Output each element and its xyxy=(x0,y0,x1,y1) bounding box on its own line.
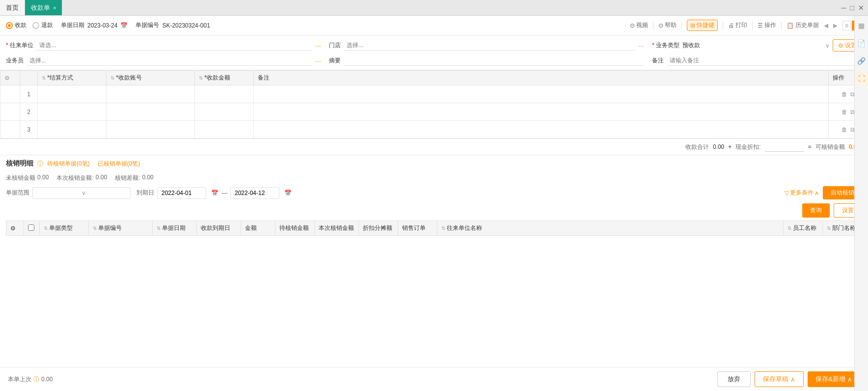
divider5 xyxy=(781,22,782,29)
form-row-1: 往来单位 ··· 门店 ··· 业务类型 预收款 ∨ ⚙ 设置 xyxy=(6,39,862,52)
help-action[interactable]: ⊙ 帮助 xyxy=(658,21,677,29)
ver-discount-header: 折扣分摊额 xyxy=(359,221,398,236)
row-number-2: 2 xyxy=(27,109,30,115)
table-note-header: 备注 xyxy=(254,71,829,85)
diff-stat: 核销差额: 0.00 xyxy=(115,174,154,182)
salesperson-input[interactable] xyxy=(27,56,312,66)
pagination-prev[interactable]: ◀ xyxy=(824,22,828,29)
date-to-input[interactable] xyxy=(230,187,279,199)
doc-no-label: 单据编号 xyxy=(136,21,159,29)
table-cell-settlement-2[interactable] xyxy=(38,103,107,121)
abandon-button[interactable]: 放弃 xyxy=(717,371,751,387)
table-cell-amount-3[interactable] xyxy=(195,121,254,139)
counterparty-field: 往来单位 ··· xyxy=(6,40,321,51)
tab-receipt[interactable]: 收款单 × xyxy=(25,0,62,15)
toolbar: 收款 退款 单据日期 2023-03-24 📅 单据编号 SK-20230324… xyxy=(0,16,868,35)
shortcut-icon: ⊞ xyxy=(690,22,695,29)
ver-select-all[interactable] xyxy=(28,224,34,231)
tab-receipt-close[interactable]: × xyxy=(53,5,56,11)
history-action[interactable]: 📋 历史单据 xyxy=(787,21,819,29)
row-delete-icon-2[interactable]: 🗑 xyxy=(841,109,847,115)
business-type-chevron: ∨ xyxy=(825,42,830,49)
store-input[interactable] xyxy=(344,40,635,51)
counterparty-label: 往来单位 xyxy=(6,41,33,50)
table-cell-amount-1[interactable] xyxy=(195,85,254,103)
row-delete-icon-3[interactable]: 🗑 xyxy=(841,126,847,133)
table-cell-settlement-3[interactable] xyxy=(38,121,107,139)
diff-value: 0.00 xyxy=(142,174,153,182)
shortcut-action[interactable]: ⊞ 快捷键 xyxy=(687,20,718,31)
pagination-next[interactable]: ▶ xyxy=(833,22,838,29)
sidebar-table-icon[interactable]: ▦ xyxy=(856,20,867,31)
note-field: 备注 xyxy=(652,56,862,66)
calendar-icon[interactable]: 📅 xyxy=(120,22,128,29)
discount-label: 折扣分摊额 xyxy=(363,224,392,231)
close-window-icon[interactable]: ✕ xyxy=(858,4,864,12)
bottom-info-icon[interactable]: ⓘ xyxy=(33,375,39,384)
ver-gear-header[interactable]: ⚙ xyxy=(6,221,24,236)
operation-action[interactable]: ☰ 操作 xyxy=(758,21,776,29)
more-conditions-btn[interactable]: ▽ 更多条件 ∧ xyxy=(785,189,819,197)
summary-input[interactable] xyxy=(344,56,644,66)
table-gear-header[interactable]: ⚙ xyxy=(0,71,20,85)
table-cell-note-3[interactable] xyxy=(254,121,829,139)
date-from-input[interactable] xyxy=(157,187,206,199)
dept-header-label: 部门名称 xyxy=(832,224,856,231)
radio-refund[interactable]: 退款 xyxy=(32,21,53,29)
video-action[interactable]: ⊙ 视频 xyxy=(630,21,648,29)
range-select[interactable]: ∨ xyxy=(32,187,131,199)
verification-filters: 单据范围 ∨ 到期日 📅 — 📅 ▽ 更多条件 ∧ xyxy=(6,186,862,199)
discount-input[interactable] xyxy=(765,142,804,152)
table-cell-account-1[interactable] xyxy=(107,85,195,103)
counterparty-input[interactable] xyxy=(36,40,312,51)
salesperson-field: 业务员 ··· xyxy=(6,56,321,66)
receipt-table: ⚙ ⇅ *结算方式 ⇅ *收款账号 ⇅ *收款金额 备注 xyxy=(0,70,868,139)
table-cell-account-3[interactable] xyxy=(107,121,195,139)
divider3 xyxy=(723,22,723,29)
doc-no-value[interactable]: SK-20230324-001 xyxy=(162,22,210,29)
verification-info-icon[interactable]: ⓘ xyxy=(37,160,43,168)
done-tab[interactable]: 已核销单据(0笔) xyxy=(98,160,140,168)
sidebar-expand-icon[interactable]: ⛶ xyxy=(856,73,867,84)
sidebar-document-icon[interactable]: 📄 xyxy=(855,37,868,49)
pending-tab[interactable]: 待核销单据(0笔) xyxy=(47,160,90,168)
bottom-bar: 本单上次 ⓘ 0.00 放弃 保存草稿 ∧ 保存&新增 ∧ xyxy=(0,367,868,391)
cal-to-icon[interactable]: 📅 xyxy=(284,190,292,196)
store-more-icon[interactable]: ··· xyxy=(638,42,644,50)
save-draft-button[interactable]: 保存草稿 ∧ xyxy=(755,371,804,387)
table-cell-amount-2[interactable] xyxy=(195,103,254,121)
radio-receipt[interactable]: 收款 xyxy=(6,21,27,29)
current-value: 0.00 xyxy=(96,174,107,182)
print-action[interactable]: 🖨 打印 xyxy=(728,21,747,29)
table-cell-note-2[interactable] xyxy=(254,103,829,121)
bottom-actions: 放弃 保存草稿 ∧ 保存&新增 ∧ xyxy=(717,371,860,387)
save-new-label: 保存&新增 xyxy=(815,375,845,384)
net-label: 可核销金额 xyxy=(815,143,845,151)
query-button[interactable]: 查询 xyxy=(802,203,830,218)
total-value: 0.00 xyxy=(713,143,724,150)
maximize-icon[interactable]: □ xyxy=(850,4,854,12)
ver-amount-label: 金额 xyxy=(245,224,257,231)
table-account-header: ⇅ *收款账号 xyxy=(107,71,195,85)
save-new-button[interactable]: 保存&新增 ∧ xyxy=(808,371,860,387)
note-input[interactable] xyxy=(667,56,862,66)
help-icon: ⊙ xyxy=(658,22,663,29)
minimize-icon[interactable]: ─ xyxy=(841,4,846,12)
salesperson-more-icon[interactable]: ··· xyxy=(315,57,321,65)
ver-checkbox-header[interactable] xyxy=(24,221,40,236)
current-label: 本次核销金额: xyxy=(56,174,93,182)
table-cell-note-1[interactable] xyxy=(254,85,829,103)
verification-table: ⚙ ⇅ 单据类型 ⇅ 单据编号 ⇅ 单据日期 xyxy=(6,221,862,236)
business-type-select[interactable]: 预收款 ∨ xyxy=(682,41,830,50)
row-delete-icon-1[interactable]: 🗑 xyxy=(841,91,847,98)
cal-from-icon[interactable]: 📅 xyxy=(211,190,218,196)
table-cell-settlement-1[interactable] xyxy=(38,85,107,103)
counterparty-more-icon[interactable]: ··· xyxy=(315,42,321,50)
tab-home[interactable]: 首页 xyxy=(0,0,25,15)
table-cell-account-2[interactable] xyxy=(107,103,195,121)
table-row-num-header xyxy=(20,71,38,85)
doc-date-value[interactable]: 2023-03-24 xyxy=(87,22,117,29)
sidebar-link-icon[interactable]: 🔗 xyxy=(855,55,868,67)
table-cell-gear-1 xyxy=(0,85,20,103)
view-list-btn[interactable]: ≡ xyxy=(842,21,851,30)
